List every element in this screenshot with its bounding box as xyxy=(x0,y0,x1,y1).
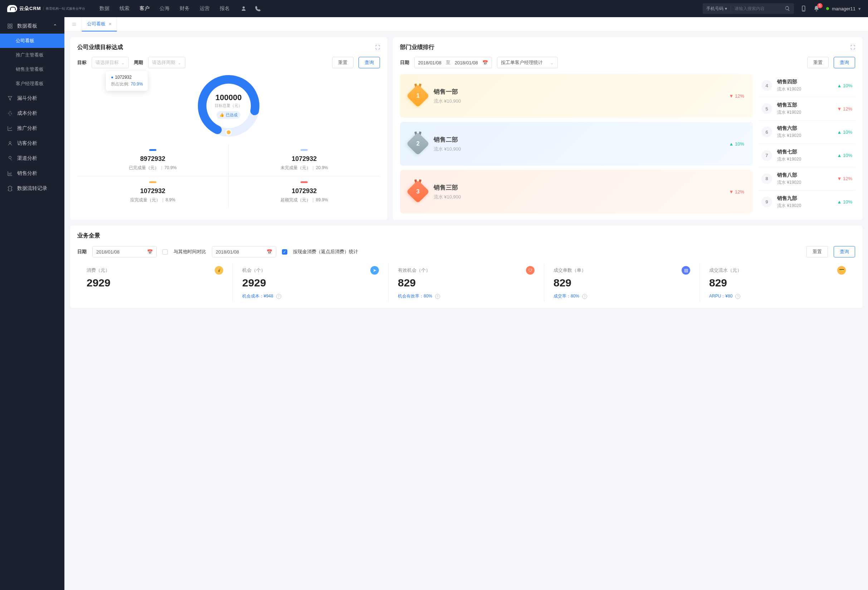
rank-row[interactable]: 8销售八部流水 ¥19020▼ 12% xyxy=(759,167,855,191)
card-title: 公司业绩目标达成 xyxy=(77,44,123,51)
reset-button[interactable]: 重置 xyxy=(332,57,353,68)
kpi-item: 机会（个）➤2929机会成本：¥948 ? xyxy=(233,264,388,302)
logo-icon xyxy=(7,5,17,12)
hamburger-icon[interactable] xyxy=(69,21,80,28)
close-icon[interactable]: ✕ xyxy=(108,22,112,26)
svg-rect-3 xyxy=(10,24,12,26)
rank-row[interactable]: 7销售七部流水 ¥19020▲ 10% xyxy=(759,144,855,167)
reset-button[interactable]: 重置 xyxy=(806,246,828,257)
tab-company-dashboard[interactable]: 公司看板✕ xyxy=(81,17,117,31)
kpi-icon: 🛡 xyxy=(526,266,534,275)
card-title: 部门业绩排行 xyxy=(400,44,434,51)
expand-icon[interactable]: ⛶ xyxy=(375,45,380,50)
sidebar-item[interactable]: 销售分析 xyxy=(0,166,64,181)
rank-row[interactable]: 9销售九部流水 ¥19020▲ 10% xyxy=(759,191,855,213)
topnav-item[interactable]: 客户 xyxy=(140,5,149,12)
query-button[interactable]: 查询 xyxy=(834,246,855,257)
rank-row[interactable]: 6销售六部流水 ¥19020▲ 10% xyxy=(759,121,855,144)
chart-tooltip: ●1072932 所占比例:70.9% xyxy=(106,71,148,91)
date-from-input[interactable]: 2018/01/08 至 2018/01/08 📅 xyxy=(414,57,492,68)
sidebar-item[interactable]: 渠道分析 xyxy=(0,151,64,166)
topnav-item[interactable]: 公海 xyxy=(159,5,170,12)
sidebar-item[interactable]: 漏斗分析 xyxy=(0,91,64,106)
podium-item[interactable]: 3销售三部流水 ¥10,900▼ 12% xyxy=(400,170,753,213)
medal-icon: 2 xyxy=(409,134,427,153)
kpi-item: 成交单数（单）▤829成交率：80% ? xyxy=(544,264,700,302)
user-menu[interactable]: manager11▾ xyxy=(826,6,861,12)
search-input[interactable] xyxy=(731,6,781,11)
goal-stat: 1072932超额完成（元）|89.9% xyxy=(229,176,380,208)
help-icon[interactable]: ? xyxy=(735,294,740,299)
bell-icon[interactable]: 5 xyxy=(813,5,820,12)
goal-stat: 1072932应完成量（元）|8.9% xyxy=(77,176,229,208)
kpi-icon: 💰 xyxy=(215,266,223,275)
topnav-item[interactable]: 线索 xyxy=(120,5,130,12)
cash-checkbox[interactable]: ✓ xyxy=(282,249,287,255)
logo: 云朵CRM 教育机构一站 式服务云平台 xyxy=(7,5,85,12)
search-type-select[interactable]: 手机号码▾ xyxy=(703,6,731,12)
sidebar-item[interactable]: 推广分析 xyxy=(0,121,64,136)
card-overview: 业务全景 日期 2018/01/08📅 与其他时间对比 2018/01/08📅 … xyxy=(70,226,862,308)
topnav-item[interactable]: 运营 xyxy=(200,5,210,12)
phone-icon[interactable] xyxy=(255,5,261,12)
svg-rect-2 xyxy=(8,24,10,26)
calendar-icon: 📅 xyxy=(482,60,488,65)
date-compare-input[interactable]: 2018/01/08📅 xyxy=(212,246,276,257)
status-badge: 👍已达成 xyxy=(217,111,241,119)
rank-row[interactable]: 5销售五部流水 ¥19020▼ 12% xyxy=(759,97,855,121)
sidebar-item[interactable]: 成本分析 xyxy=(0,106,64,121)
kpi-icon: 💳 xyxy=(837,266,846,275)
sidebar-item[interactable]: 数据流转记录 xyxy=(0,181,64,196)
topnav-item[interactable]: 数据 xyxy=(99,5,109,12)
rank-row[interactable]: 4销售四部流水 ¥19020▲ 10% xyxy=(759,74,855,97)
sidebar: 数据看板 ⌃ 公司看板推广主管看板销售主管看板客户经理看板 漏斗分析成本分析推广… xyxy=(0,17,64,590)
svg-rect-5 xyxy=(10,26,12,28)
podium-item[interactable]: 2销售二部流水 ¥10,900▲ 10% xyxy=(400,122,753,166)
donut-chart: 100000 目标总量（元） 👍已达成 xyxy=(195,72,263,140)
query-button[interactable]: 查询 xyxy=(359,57,380,68)
sidebar-item[interactable]: 推广主管看板 xyxy=(0,48,64,62)
help-icon[interactable]: ? xyxy=(582,294,587,299)
card-goal: 公司业绩目标达成 ⛶ 目标 请选择目标⌄ 周期 请选择周期⌄ 重置 查询 xyxy=(70,37,387,220)
status-dot-icon xyxy=(826,7,829,10)
notification-badge: 5 xyxy=(817,3,823,8)
sidebar-item[interactable]: 客户经理看板 xyxy=(0,77,64,91)
sidebar-item[interactable]: 公司看板 xyxy=(0,34,64,48)
kpi-icon: ➤ xyxy=(370,266,379,275)
goal-stat: 1072932未完成量（元）|20.9% xyxy=(229,144,380,176)
help-icon[interactable]: ? xyxy=(435,294,440,299)
compare-checkbox[interactable] xyxy=(162,249,168,255)
thumbs-up-icon: 👍 xyxy=(219,113,224,117)
reset-button[interactable]: 重置 xyxy=(807,57,829,68)
chevron-up-icon: ⌃ xyxy=(53,23,57,29)
topnav-item[interactable]: 报名 xyxy=(220,5,230,12)
help-icon[interactable]: ? xyxy=(276,294,281,299)
topbar: 云朵CRM 教育机构一站 式服务云平台 数据线索客户公海财务运营报名 手机号码▾… xyxy=(0,0,868,17)
period-select[interactable]: 请选择周期⌄ xyxy=(148,57,185,68)
card-title: 业务全景 xyxy=(77,232,855,240)
search-icon[interactable] xyxy=(781,6,794,12)
person-icon[interactable] xyxy=(241,5,247,12)
topnav-item[interactable]: 财务 xyxy=(180,5,190,12)
card-ranking: 部门业绩排行 ⛶ 日期 2018/01/08 至 2018/01/08 📅 xyxy=(393,37,862,220)
sidebar-item[interactable]: 销售主管看板 xyxy=(0,62,64,77)
svg-rect-4 xyxy=(8,26,10,28)
calendar-icon: 📅 xyxy=(147,249,153,255)
date-input[interactable]: 2018/01/08📅 xyxy=(92,246,157,257)
medal-icon: 3 xyxy=(409,182,427,201)
sidebar-group-dashboard[interactable]: 数据看板 ⌃ xyxy=(0,19,64,34)
tabs: 公司看板✕ xyxy=(64,17,868,31)
device-icon[interactable] xyxy=(800,5,807,12)
search-box: 手机号码▾ xyxy=(703,3,794,14)
podium-item[interactable]: 1销售一部流水 ¥10,900▼ 12% xyxy=(400,74,753,118)
kpi-icon: ▤ xyxy=(682,266,690,275)
expand-icon[interactable]: ⛶ xyxy=(850,45,855,50)
sidebar-item[interactable]: 访客分析 xyxy=(0,136,64,151)
kpi-item: 有效机会（个）🛡829机会有效率：80% ? xyxy=(388,264,544,302)
group-by-select[interactable]: 按工单客户经理统计⌄ xyxy=(497,57,558,68)
top-nav: 数据线索客户公海财务运营报名 xyxy=(99,5,230,12)
goal-stat: 8972932已完成量（元）|70.9% xyxy=(77,144,229,176)
target-select[interactable]: 请选择目标⌄ xyxy=(92,57,129,68)
query-button[interactable]: 查询 xyxy=(834,57,855,68)
calendar-icon: 📅 xyxy=(267,249,272,255)
